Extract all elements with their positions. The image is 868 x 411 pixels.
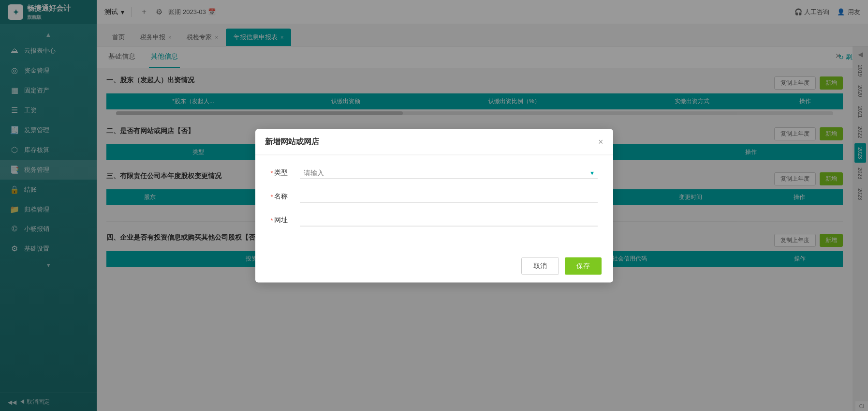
dialog-body: * 类型 ▾ * 名称 * 网址 — [255, 155, 613, 249]
type-input-wrap: ▾ — [300, 167, 598, 179]
url-input[interactable] — [300, 214, 598, 226]
dialog-footer: 取消 保存 — [255, 249, 613, 282]
url-input-wrap — [300, 214, 598, 226]
add-website-dialog: 新增网站或网店 × * 类型 ▾ * 名称 — [255, 129, 613, 282]
url-label: * 网址 — [271, 216, 300, 225]
dialog-title: 新增网站或网店 — [265, 137, 319, 147]
name-input-wrap — [300, 190, 598, 202]
name-required-mark: * — [271, 193, 273, 200]
form-row-url: * 网址 — [271, 214, 598, 226]
type-required-mark: * — [271, 169, 273, 176]
type-input[interactable] — [300, 167, 598, 178]
type-label: * 类型 — [271, 168, 300, 177]
name-label-text: 名称 — [274, 192, 288, 201]
dialog-close-button[interactable]: × — [598, 137, 603, 147]
url-label-text: 网址 — [274, 216, 288, 225]
type-dropdown-icon[interactable]: ▾ — [590, 168, 594, 176]
cancel-button[interactable]: 取消 — [521, 257, 559, 274]
form-row-type: * 类型 ▾ — [271, 167, 598, 179]
name-label: * 名称 — [271, 192, 300, 201]
name-input[interactable] — [300, 190, 598, 202]
dialog-header: 新增网站或网店 × — [255, 129, 613, 155]
form-row-name: * 名称 — [271, 190, 598, 202]
type-label-text: 类型 — [274, 168, 288, 177]
url-required-mark: * — [271, 216, 273, 224]
save-button[interactable]: 保存 — [565, 257, 602, 274]
